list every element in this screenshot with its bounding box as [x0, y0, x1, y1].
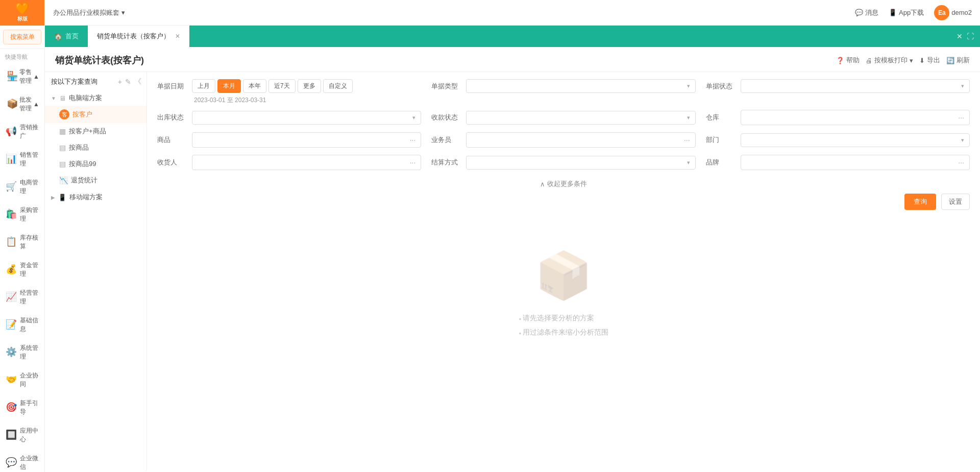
export-button[interactable]: ⬇ 导出: [919, 56, 940, 65]
action-row: 查询 设置: [157, 194, 970, 210]
refresh-icon: 🔄: [946, 57, 954, 64]
refresh-label: 刷新: [957, 56, 970, 65]
scheme-item-by-product-99[interactable]: ▤ 按商品99: [45, 156, 146, 172]
payment-status-select[interactable]: ▾: [466, 111, 695, 125]
inventory-label: 库存核算: [20, 233, 40, 251]
page-title: 销货单统计表(按客户): [55, 54, 144, 66]
department-filter-cell: 部门 ▾: [706, 132, 970, 148]
refresh-button[interactable]: 🔄 刷新: [946, 56, 970, 65]
scheme-group-pc-header[interactable]: ▼ 🖥 电脑端方案: [45, 90, 146, 106]
sidebar-item-wechat[interactable]: 💬 企业微信: [0, 449, 44, 472]
collapse-bar[interactable]: ∧ 收起更多条件: [157, 177, 970, 194]
scheme-item-return-stats[interactable]: 📉 退货统计: [45, 172, 146, 188]
date-btn-more[interactable]: 更多: [298, 79, 321, 93]
product-filter-cell: 商品 ···: [157, 132, 421, 148]
avatar-text: Ea: [938, 9, 946, 16]
empty-tip-2: 用过滤条件来缩小分析范围: [519, 325, 608, 339]
sidebar-item-wholesale[interactable]: 📦 批发管理 ▲: [0, 90, 44, 118]
tab-close-icon[interactable]: ✕: [175, 33, 180, 40]
out-status-select[interactable]: ▾: [192, 111, 421, 125]
sidebar-item-enterprise[interactable]: 🤝 企业协同: [0, 366, 44, 394]
date-btn-this-year[interactable]: 本年: [243, 79, 266, 93]
topbar: 办公用品行业模拟账套 ▾ 💬 消息 📱 App下载 Ea demo2: [45, 0, 980, 26]
scheme-add-icon[interactable]: +: [118, 78, 122, 86]
sidebar-item-system[interactable]: ⚙️ 系统管理: [0, 339, 44, 366]
sidebar-item-finance[interactable]: 💰 资金管理: [0, 256, 44, 284]
scheme-item-by-customer-product[interactable]: ▦ 按客户+商品: [45, 123, 146, 139]
collapse-icon: ∧: [540, 180, 545, 188]
salesperson-control: ···: [466, 132, 695, 148]
user-name: demo2: [951, 9, 972, 16]
wholesale-icon: 📦: [7, 98, 18, 109]
brand-select[interactable]: ···: [741, 155, 970, 170]
sidebar-item-ecommerce[interactable]: 🛒 电商管理: [0, 173, 44, 201]
sidebar-item-appcenter[interactable]: 🔲 应用中心: [0, 421, 44, 449]
empty-illustration: 📦: [535, 249, 592, 302]
tabbar: 🏠 首页 销货单统计表（按客户） ✕ ✕ ⛶: [45, 26, 980, 47]
sales-label: 销售管理: [20, 151, 40, 168]
date-btn-this-month[interactable]: 本月: [217, 79, 241, 93]
scheme-collapse-icon[interactable]: 《: [134, 77, 141, 86]
product-label: 商品: [157, 135, 192, 145]
print-button[interactable]: 🖨 按模板打印 ▾: [866, 56, 913, 65]
print-icon: 🖨: [866, 57, 872, 64]
receiver-label: 收货人: [157, 158, 192, 167]
brand-label: 品牌: [706, 158, 741, 167]
sidebar-search-section: 搜索菜单: [0, 26, 44, 49]
page-content: 销货单统计表(按客户) ❓ 帮助 🖨 按模板打印 ▾ ⬇ 导出 🔄 刷新: [45, 47, 980, 472]
out-status-filter-cell: 出库状态 ▾: [157, 110, 421, 125]
date-btn-last-7[interactable]: 近7天: [268, 79, 296, 93]
tab-home[interactable]: 🏠 首页: [45, 26, 88, 47]
date-btn-last-month[interactable]: 上月: [192, 79, 215, 93]
department-select[interactable]: ▾: [741, 133, 970, 147]
payment-status-filter-cell: 收款状态 ▾: [431, 110, 695, 125]
industry-name: 办公用品行业模拟账套: [53, 8, 119, 17]
product-select[interactable]: ···: [192, 132, 421, 148]
sidebar-item-retail[interactable]: 🏪 零售管理 ▲: [0, 63, 44, 90]
sidebar-item-purchase[interactable]: 🛍️ 采购管理: [0, 201, 44, 228]
doc-status-control: ▾: [741, 79, 970, 93]
sidebar-item-basic[interactable]: 📝 基础信息: [0, 311, 44, 339]
industry-dropdown[interactable]: 办公用品行业模拟账套 ▾: [53, 8, 125, 17]
tab-close-all-icon[interactable]: ✕: [957, 32, 963, 40]
payment-method-filter-cell: 结算方式 ▾: [431, 155, 695, 170]
sidebar-item-inventory[interactable]: 📋 库存核算: [0, 228, 44, 256]
tab-maximize-icon[interactable]: ⛶: [967, 32, 974, 40]
purchase-label: 采购管理: [20, 206, 40, 223]
sidebar-item-operation[interactable]: 📈 经营管理: [0, 284, 44, 311]
sales-icon: 📊: [6, 153, 17, 164]
scheme-item-by-product[interactable]: ▤ 按商品: [45, 139, 146, 156]
receiver-select[interactable]: ···: [192, 155, 421, 170]
wholesale-label: 批发管理: [18, 96, 33, 113]
date-btn-custom[interactable]: 自定义: [323, 79, 353, 93]
sidebar-item-marketing[interactable]: 📢 营销推广: [0, 118, 44, 146]
sidebar-item-guide[interactable]: 🎯 新手引导: [0, 394, 44, 421]
scheme-edit-icon[interactable]: ✎: [125, 78, 131, 86]
settings-button[interactable]: 设置: [941, 194, 970, 210]
doc-type-arrow-icon: ▾: [687, 83, 690, 89]
salesperson-label: 业务员: [431, 135, 466, 145]
payment-method-select[interactable]: ▾: [466, 156, 695, 170]
doc-status-select[interactable]: ▾: [741, 79, 970, 93]
date-range-text: 2023-03-01 至 2023-03-31: [194, 97, 266, 104]
retail-arrow: ▲: [33, 73, 39, 80]
search-menu-button[interactable]: 搜索菜单: [3, 30, 41, 44]
page-header: 销货单统计表(按客户) ❓ 帮助 🖨 按模板打印 ▾ ⬇ 导出 🔄 刷新: [45, 47, 980, 72]
by-product-99-label: 按商品99: [69, 159, 96, 169]
pc-group-icon: 🖥: [59, 95, 66, 102]
query-button[interactable]: 查询: [904, 194, 936, 210]
message-button[interactable]: 💬 消息: [855, 8, 878, 17]
salesperson-select[interactable]: ···: [466, 132, 695, 148]
scheme-group-mobile-header[interactable]: ▶ 📱 移动端方案: [45, 190, 146, 205]
doc-type-select[interactable]: ▾: [466, 79, 695, 93]
warehouse-select[interactable]: ···: [741, 110, 970, 125]
retail-label: 零售管理: [18, 68, 33, 85]
app-download-button[interactable]: 📱 App下载: [889, 8, 924, 17]
tabbar-actions: ✕ ⛶: [957, 32, 980, 40]
help-button[interactable]: ❓ 帮助: [836, 56, 860, 65]
tab-sales-report[interactable]: 销货单统计表（按客户） ✕: [88, 26, 189, 47]
scheme-item-by-customer[interactable]: 客 按客户: [45, 106, 146, 123]
export-label: 导出: [927, 56, 940, 65]
sidebar-item-sales[interactable]: 📊 销售管理: [0, 146, 44, 173]
user-menu[interactable]: Ea demo2: [934, 5, 972, 20]
